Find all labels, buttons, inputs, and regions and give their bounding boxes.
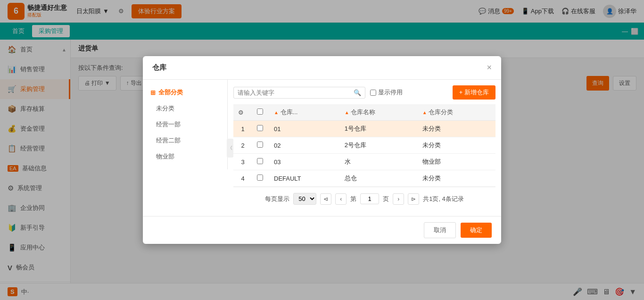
modal-overlay: 仓库 × ⊞ 全部分类 未分类 经营一部 经营二部 物业部 《 [0,0,644,300]
row-checkbox-3[interactable] [257,158,263,164]
select-all-checkbox[interactable] [257,108,263,115]
category-panel: ⊞ 全部分类 未分类 经营一部 经营二部 物业部 [143,80,228,169]
category-item-3[interactable]: 物业部 [143,149,227,165]
page-total: 共1页, 4条记录 [423,195,464,203]
th-settings: ⚙ [233,104,252,121]
row-index: 4 [233,170,252,187]
search-row: 🔍 显示停用 + 新增仓库 [233,85,495,100]
table-row[interactable]: 4 DEFAULT 总仓 未分类 [233,170,495,187]
sort-name-icon: ▲ [345,110,349,115]
page-last-btn[interactable]: ⊳ [408,193,419,205]
page-label: 第 [350,195,356,203]
add-warehouse-btn[interactable]: + 新增仓库 [453,85,495,100]
row-code: 01 [269,121,340,137]
row-check [252,154,269,170]
page-next-btn[interactable]: › [393,193,404,205]
page-suffix: 页 [383,195,389,203]
table-container: ⚙ ▲ 仓库... ▲ 仓库名称 ▲ 仓库分类 1 01 [233,104,495,187]
row-code: 03 [269,154,340,170]
search-input[interactable] [238,89,351,96]
pagination-bar: 每页显示 50 ⊲ ‹ 第 页 › ⊳ 共1页, 4条记录 [233,187,495,210]
per-page-label: 每页显示 [265,195,289,203]
row-category: 未分类 [418,137,495,154]
row-checkbox-1[interactable] [257,125,263,131]
search-box: 🔍 [233,87,365,99]
row-category: 未分类 [418,121,495,137]
cancel-btn[interactable]: 取消 [424,222,456,238]
category-item-0[interactable]: 未分类 [143,100,227,117]
show-disabled-checkbox[interactable]: 显示停用 [370,88,403,97]
modal-body: ⊞ 全部分类 未分类 经营一部 经营二部 物业部 《 🔍 [143,80,501,216]
table-row[interactable]: 1 01 1号仓库 未分类 [233,121,495,137]
per-page-select[interactable]: 50 [293,193,316,205]
row-checkbox-2[interactable] [257,142,263,148]
category-item-2[interactable]: 经营二部 [143,133,227,149]
show-disabled-check[interactable] [370,90,376,96]
row-index: 1 [233,121,252,137]
page-number-input[interactable] [360,193,379,204]
confirm-btn[interactable]: 确定 [461,223,492,238]
sort-cat-icon: ▲ [422,110,427,115]
category-panel-wrapper: ⊞ 全部分类 未分类 经营一部 经营二部 物业部 《 [143,80,228,216]
table-header: ⚙ ▲ 仓库... ▲ 仓库名称 ▲ 仓库分类 [233,104,495,121]
row-index: 2 [233,137,252,154]
row-name: 总仓 [340,170,418,187]
show-disabled-label: 显示停用 [378,88,403,97]
row-code: DEFAULT [269,170,340,187]
category-all[interactable]: ⊞ 全部分类 [143,84,227,100]
row-check [252,121,269,137]
warehouse-modal: 仓库 × ⊞ 全部分类 未分类 经营一部 经营二部 物业部 《 [143,56,501,244]
search-icon: 🔍 [354,89,361,96]
row-name: 水 [340,154,418,170]
row-index: 3 [233,154,252,170]
collapse-category-btn[interactable]: 《 [227,139,233,158]
th-code: ▲ 仓库... [269,104,340,121]
row-name: 1号仓库 [340,121,418,137]
table-body: 1 01 1号仓库 未分类 2 02 2号仓库 [233,121,495,187]
row-code: 02 [269,137,340,154]
modal-close-btn[interactable]: × [487,63,492,73]
row-checkbox-4[interactable] [257,175,263,181]
row-name: 2号仓库 [340,137,418,154]
th-name: ▲ 仓库名称 [340,104,418,121]
right-panel: 🔍 显示停用 + 新增仓库 ⚙ [228,80,501,216]
category-all-label: 全部分类 [158,88,183,97]
th-check [252,104,269,121]
row-category: 物业部 [418,154,495,170]
modal-title: 仓库 [152,63,166,72]
th-category: ▲ 仓库分类 [418,104,495,121]
category-item-1[interactable]: 经营一部 [143,117,227,133]
table-row[interactable]: 2 02 2号仓库 未分类 [233,137,495,154]
row-category: 未分类 [418,170,495,187]
page-prev-btn[interactable]: ‹ [335,193,347,205]
modal-footer: 取消 确定 [143,216,501,244]
grid-icon: ⊞ [150,89,156,96]
page-first-btn[interactable]: ⊲ [320,193,331,205]
row-check [252,137,269,154]
row-check [252,170,269,187]
sort-code-icon: ▲ [274,110,279,115]
modal-header: 仓库 × [143,56,501,80]
warehouse-table: ⚙ ▲ 仓库... ▲ 仓库名称 ▲ 仓库分类 1 01 [233,104,495,187]
table-row[interactable]: 3 03 水 物业部 [233,154,495,170]
